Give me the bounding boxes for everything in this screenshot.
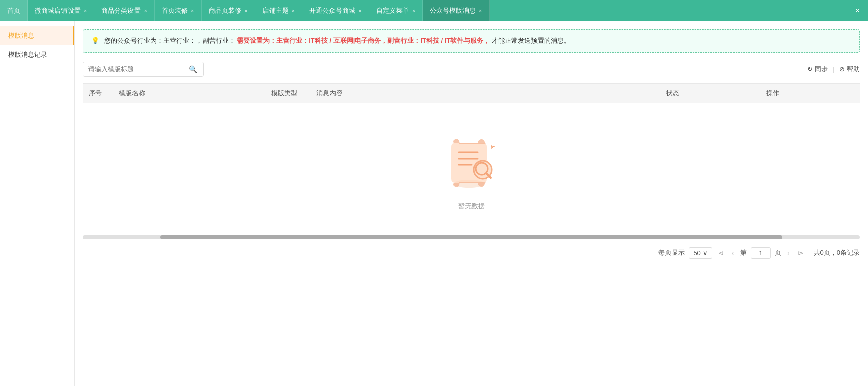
top-nav: 首页微商城店铺设置×商品分类设置×首页装修×商品页装修×店铺主题×开通公众号商城… bbox=[0, 0, 868, 21]
pagination: 每页显示 50 ∨ ⊲ ‹ 第 页 › ⊳ 共0页，0条记录 bbox=[83, 243, 860, 263]
search-input-wrap[interactable]: 🔍 bbox=[83, 62, 204, 77]
table-header: 序号模版名称模版类型消息内容状态操作 bbox=[83, 83, 860, 103]
nav-tab-label-7: 自定义菜单 bbox=[376, 6, 409, 15]
nav-tab-label-4: 商品页装修 bbox=[209, 6, 241, 15]
next-page-button[interactable]: › bbox=[785, 248, 791, 258]
nav-tab-8[interactable]: 公众号模版消息× bbox=[423, 0, 489, 21]
scrollbar-thumb[interactable] bbox=[160, 235, 782, 239]
nav-tab-close-8[interactable]: × bbox=[479, 8, 482, 14]
scrollbar-track[interactable] bbox=[83, 235, 860, 239]
search-bar: 🔍 ↻ 同步 | ⊘ 帮助 bbox=[83, 62, 860, 77]
nav-tab-close-3[interactable]: × bbox=[191, 8, 194, 14]
main-layout: 模版消息模版消息记录 💡 您的公众号行业为：主营行业：，副营行业： 需要设置为：… bbox=[0, 21, 868, 386]
toolbar-right: ↻ 同步 | ⊘ 帮助 bbox=[807, 65, 860, 74]
total-info: 共0页，0条记录 bbox=[814, 248, 860, 257]
nav-tab-close-2[interactable]: × bbox=[144, 8, 147, 14]
nav-tab-close-4[interactable]: × bbox=[244, 8, 247, 14]
nav-tab-label-0: 首页 bbox=[7, 6, 20, 15]
empty-state: 暂无数据 bbox=[83, 103, 860, 231]
empty-text: 暂无数据 bbox=[458, 202, 485, 211]
nav-tab-close-5[interactable]: × bbox=[292, 8, 295, 14]
sync-label: 同步 bbox=[815, 65, 828, 74]
table-col-2: 模版类型 bbox=[265, 83, 310, 103]
nav-tab-1[interactable]: 微商城店铺设置× bbox=[28, 0, 94, 21]
nav-tab-label-2: 商品分类设置 bbox=[101, 6, 141, 15]
table-col-4: 状态 bbox=[660, 83, 760, 103]
nav-tab-4[interactable]: 商品页装修× bbox=[202, 0, 255, 21]
page-input[interactable] bbox=[751, 247, 771, 259]
chevron-down-icon: ∨ bbox=[703, 249, 708, 257]
nav-tab-close-6[interactable]: × bbox=[358, 8, 361, 14]
sidebar: 模版消息模版消息记录 bbox=[0, 21, 75, 386]
page-label: 第 bbox=[740, 248, 747, 257]
sidebar-item-1[interactable]: 模版消息记录 bbox=[0, 45, 74, 64]
sync-button[interactable]: ↻ 同步 bbox=[807, 65, 828, 74]
toolbar-divider: | bbox=[833, 65, 834, 73]
nav-tab-0[interactable]: 首页 bbox=[0, 0, 28, 21]
table-col-5: 操作 bbox=[760, 83, 860, 103]
nav-tab-6[interactable]: 开通公众号商城× bbox=[302, 0, 369, 21]
bulb-icon: 💡 bbox=[91, 37, 99, 44]
nav-tab-close-7[interactable]: × bbox=[412, 8, 415, 14]
nav-tab-label-5: 店铺主题 bbox=[262, 6, 289, 15]
nav-tab-2[interactable]: 商品分类设置× bbox=[94, 0, 154, 21]
help-button[interactable]: ⊘ 帮助 bbox=[839, 65, 860, 74]
search-button[interactable]: 🔍 bbox=[184, 62, 203, 76]
nav-tab-7[interactable]: 自定义菜单× bbox=[369, 0, 423, 21]
nav-tab-label-3: 首页装修 bbox=[162, 6, 188, 15]
sync-icon: ↻ bbox=[807, 65, 813, 73]
global-close-button[interactable]: × bbox=[847, 0, 868, 21]
notice-box: 💡 您的公众号行业为：主营行业：，副营行业： 需要设置为：主营行业：IT科技 /… bbox=[83, 29, 860, 53]
notice-suffix: 才能正常发送预置的消息。 bbox=[492, 37, 570, 44]
page-size-value: 50 bbox=[693, 249, 700, 257]
nav-tab-label-8: 公众号模版消息 bbox=[430, 6, 476, 15]
table-col-1: 模版名称 bbox=[113, 83, 265, 103]
nav-tab-label-6: 开通公众号商城 bbox=[309, 6, 355, 15]
content-area: 💡 您的公众号行业为：主营行业：，副营行业： 需要设置为：主营行业：IT科技 /… bbox=[75, 21, 868, 386]
table-col-0: 序号 bbox=[83, 83, 113, 103]
sidebar-item-0[interactable]: 模版消息 bbox=[0, 26, 74, 45]
help-icon: ⊘ bbox=[839, 65, 845, 73]
empty-icon bbox=[441, 133, 502, 194]
first-page-button[interactable]: ⊲ bbox=[716, 248, 726, 258]
page-size-select[interactable]: 50 ∨ bbox=[689, 247, 712, 259]
search-input[interactable] bbox=[83, 62, 184, 76]
nav-tab-label-1: 微商城店铺设置 bbox=[35, 6, 81, 15]
nav-tab-5[interactable]: 店铺主题× bbox=[255, 0, 302, 21]
help-label: 帮助 bbox=[847, 65, 860, 74]
last-page-button[interactable]: ⊳ bbox=[796, 248, 806, 258]
nav-tab-close-1[interactable]: × bbox=[84, 8, 87, 14]
notice-highlight: 需要设置为：主营行业：IT科技 / 互联网|电子商务，副营行业：IT科技 / I… bbox=[237, 37, 490, 44]
per-page-label: 每页显示 bbox=[658, 248, 685, 257]
nav-tab-3[interactable]: 首页装修× bbox=[155, 0, 202, 21]
prev-page-button[interactable]: ‹ bbox=[730, 248, 736, 258]
notice-prefix: 您的公众号行业为：主营行业：，副营行业： bbox=[104, 37, 235, 44]
table-col-3: 消息内容 bbox=[310, 83, 660, 103]
data-table: 序号模版名称模版类型消息内容状态操作 bbox=[83, 83, 860, 231]
page-unit: 页 bbox=[775, 248, 781, 257]
table-body: 暂无数据 bbox=[83, 103, 860, 231]
